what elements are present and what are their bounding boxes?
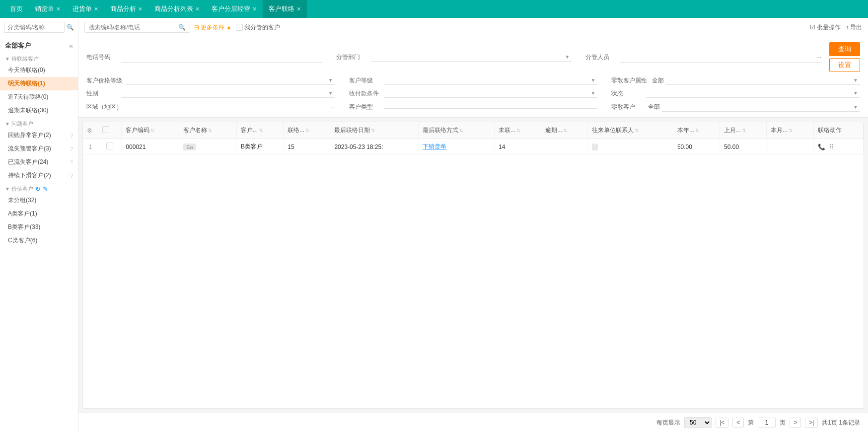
nav-close-icon[interactable]: ✕ xyxy=(56,6,61,12)
nav-close-icon[interactable]: ✕ xyxy=(195,6,200,12)
sort-icon: ⇅ xyxy=(695,128,699,133)
filter-status: 状态 ▼ xyxy=(611,89,860,98)
area-select[interactable]: ··· xyxy=(125,102,335,112)
nav-close-icon[interactable]: ✕ xyxy=(94,6,98,12)
sidebar-item-ungrouped[interactable]: 未分组(32) xyxy=(0,194,78,207)
status-select[interactable]: ▼ xyxy=(646,89,860,98)
search-input[interactable] xyxy=(89,24,178,31)
all-customers-title[interactable]: 全部客户 xyxy=(5,41,31,50)
nav-close-icon[interactable]: ✕ xyxy=(296,6,301,12)
row-uncontact: 14 xyxy=(495,139,541,155)
help-icon: ? xyxy=(70,133,73,139)
sidebar-item-class-c[interactable]: C类客户(6) xyxy=(0,234,78,247)
nav-sales-order[interactable]: 销货单 ✕ xyxy=(29,0,67,18)
sidebar-item-churned[interactable]: 已流失客户(24) ? xyxy=(0,155,78,169)
header-checkbox[interactable] xyxy=(102,126,109,133)
sidebar-item-class-b[interactable]: B类客户(33) xyxy=(0,220,78,234)
retail-attr-select[interactable]: ▼ xyxy=(666,76,860,85)
sidebar-search-icon[interactable]: 🔍 xyxy=(67,24,74,31)
row-checkbox-input[interactable] xyxy=(106,143,113,149)
export-button[interactable]: ↑ 导出 xyxy=(846,23,862,32)
sort-icon: ⇅ xyxy=(742,128,746,133)
top-navigation: 首页 销货单 ✕ 进货单 ✕ 商品分析 ✕ 商品分析列表 ✕ 客户分层经营 ✕ … xyxy=(0,0,868,18)
gear-icon[interactable]: ⚙ xyxy=(87,127,92,134)
my-customers-checkbox[interactable]: 我分管的客户 xyxy=(236,23,280,32)
sidebar-search-input[interactable] xyxy=(4,22,65,33)
th-name: 客户名称⇅ xyxy=(179,122,237,139)
sidebar-item-churn-warning[interactable]: 流失预警客户(3) ? xyxy=(0,142,78,155)
main-container: 🔍 全部客户 « ▼ 待联络客户 今天待联络(0) 明天待联络(1) 近7天待联… xyxy=(0,18,868,432)
sidebar-item-tomorrow-pending[interactable]: 明天待联络(1) xyxy=(0,77,78,90)
filter-row-4: 区域（地区） ··· 客户类型 零散客户 全部 ▼ xyxy=(86,102,860,112)
chevron-down-icon: ▼ xyxy=(853,77,858,83)
th-last-month: 上月...⇅ xyxy=(720,122,767,139)
nav-close-icon[interactable]: ✕ xyxy=(138,6,143,12)
retail-attr-label: 零散客户属性 xyxy=(611,76,650,85)
value-group-refresh-icon[interactable]: ↻ xyxy=(35,185,41,193)
group-arrow-icon: ▼ xyxy=(5,121,10,127)
retail-customer-select[interactable]: ▼ xyxy=(662,103,860,112)
row-contact-person xyxy=(588,139,673,155)
price-level-select[interactable]: ▼ xyxy=(125,76,335,85)
sidebar-item-class-a[interactable]: A类客户(1) xyxy=(0,207,78,220)
nav-customer-contact[interactable]: 客户联络 ✕ xyxy=(263,0,307,18)
th-uncontact: 未联...⇅ xyxy=(495,122,541,139)
th-contact-person: 往来单位联系人⇅ xyxy=(588,122,673,139)
more-action-icon[interactable]: ⠿ xyxy=(829,144,834,150)
nav-customer-segmentation[interactable]: 客户分层经营 ✕ xyxy=(206,0,263,18)
customer-level-select[interactable]: ▼ xyxy=(384,76,598,85)
nav-product-analysis[interactable]: 商品分析 ✕ xyxy=(104,0,148,18)
next-page-button[interactable]: > xyxy=(790,418,801,428)
customer-type-select[interactable] xyxy=(384,105,598,109)
sidebar-item-today-pending[interactable]: 今天待联络(0) xyxy=(0,64,78,77)
prev-page-button[interactable]: < xyxy=(732,418,744,428)
more-filter-button[interactable]: ⊟ 更多条件 ▲ xyxy=(194,23,232,32)
th-code: 客户编码⇅ xyxy=(122,122,179,139)
value-group-header: ▼ 价值客户 ↻ ✎ xyxy=(0,182,78,194)
value-group-title: 价值客户 xyxy=(11,185,33,193)
row-customer-type: B类客户 xyxy=(236,139,283,155)
checkbox-icon[interactable] xyxy=(236,24,243,31)
export-icon: ↑ xyxy=(846,24,849,31)
setting-button[interactable]: 设置 xyxy=(829,58,860,72)
sidebar-item-overdue[interactable]: 逾期未联络(30) xyxy=(0,104,78,117)
sidebar-item-7days-pending[interactable]: 近7天待联络(0) xyxy=(0,90,78,104)
dots-icon: ··· xyxy=(816,54,821,61)
search-icon[interactable]: 🔍 xyxy=(178,24,186,31)
last-page-button[interactable]: >| xyxy=(805,418,818,428)
filter-actions: 查询 设置 xyxy=(829,42,860,72)
department-select[interactable]: ▼ xyxy=(371,53,572,62)
manager-select[interactable]: ··· xyxy=(620,52,821,63)
nav-product-analysis-list[interactable]: 商品分析列表 ✕ xyxy=(148,0,206,18)
batch-operation-button[interactable]: ☑ 批量操作 xyxy=(810,23,841,32)
payment-select[interactable]: ▼ xyxy=(384,89,598,98)
page-input[interactable] xyxy=(758,418,776,428)
contact-method-link[interactable]: 下销货单 xyxy=(423,143,446,150)
value-group-edit-icon[interactable]: ✎ xyxy=(43,185,48,193)
query-button[interactable]: 查询 xyxy=(829,42,860,56)
row-checkbox[interactable] xyxy=(98,139,122,155)
gender-select[interactable]: ▼ xyxy=(121,89,335,98)
first-page-button[interactable]: |< xyxy=(716,418,728,428)
nav-purchase-order[interactable]: 进货单 ✕ xyxy=(67,0,104,18)
sidebar: 🔍 全部客户 « ▼ 待联络客户 今天待联络(0) 明天待联络(1) 近7天待联… xyxy=(0,18,78,432)
toolbar-right-actions: ☑ 批量操作 ↑ 导出 xyxy=(810,23,862,32)
filter-manager: 分管人员 ··· xyxy=(585,52,821,63)
phone-input[interactable] xyxy=(121,52,322,63)
chevron-down-icon: ▼ xyxy=(853,104,858,110)
per-page-select[interactable]: 50 100 xyxy=(684,417,712,428)
phone-action-icon[interactable]: 📞 xyxy=(818,144,825,150)
problem-group-title: 问题客户 xyxy=(11,120,33,128)
th-last-contact-method: 最后联络方式⇅ xyxy=(419,122,495,139)
customer-level-label: 客户等级 xyxy=(349,76,384,85)
nav-close-icon[interactable]: ✕ xyxy=(252,6,257,12)
sidebar-search-area: 🔍 xyxy=(0,18,78,37)
sidebar-item-declining[interactable]: 持续下滑客户(2) ? xyxy=(0,169,78,182)
row-code: 000021 xyxy=(122,139,179,155)
chevron-down-icon: ▼ xyxy=(853,90,858,96)
collapse-icon[interactable]: « xyxy=(69,42,73,50)
row-overdue xyxy=(541,139,588,155)
row-contact-action: 📞 ⠿ xyxy=(813,139,863,155)
nav-home[interactable]: 首页 xyxy=(4,0,29,18)
sidebar-item-abnormal-repurchase[interactable]: 回购异常客户(2) ? xyxy=(0,129,78,142)
